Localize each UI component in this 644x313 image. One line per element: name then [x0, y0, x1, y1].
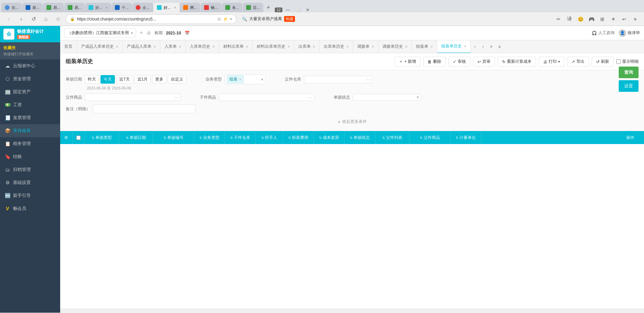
nav-item-settings[interactable]: ⚙ 基础设置	[0, 176, 60, 189]
bill-status-dropdown[interactable]: ▾	[417, 95, 419, 100]
th-number[interactable]: ⇅ 单据编号	[153, 131, 194, 144]
bill-status-selector[interactable]: ▾	[353, 94, 421, 101]
home-button[interactable]: ⌂	[41, 14, 51, 24]
tab-3[interactable]: 易...	[43, 3, 64, 12]
biztype-dropdown[interactable]: ▾	[261, 77, 263, 82]
th-bill-status[interactable]: ⇅ 单据状态	[345, 131, 375, 144]
window-control-minimize[interactable]: —	[284, 8, 292, 12]
delete-button[interactable]: 🗑 删除	[423, 57, 446, 67]
biztype-tag-remove[interactable]: ×	[239, 77, 241, 82]
date-btn-today[interactable]: 今天	[100, 75, 115, 84]
page-tab-pcrkd-history[interactable]: 产成品入库单历史 ×	[77, 40, 123, 53]
support-button[interactable]: 🎧 人工咨询	[592, 30, 615, 36]
refresh-button[interactable]: ↺ 刷新	[592, 57, 614, 67]
nav-item-member[interactable]: V 畅会员	[0, 202, 60, 215]
page-tab-zzd-history[interactable]: 组装单历史 ×	[437, 40, 471, 53]
add-company-btn[interactable]: +	[139, 29, 143, 37]
company-selector[interactable]: （勿删勿禁用）江西服宝测试专用 ▾	[64, 28, 136, 38]
show-detail-input[interactable]	[616, 59, 621, 64]
qr-icon[interactable]: ⊞	[217, 17, 221, 22]
nav-item-inventory[interactable]: 📦 库存核算	[0, 124, 60, 137]
tab-4[interactable]: 易...	[64, 3, 85, 12]
nav-item-fixed-assets[interactable]: 🏢 固定资产	[0, 85, 60, 98]
undo-icon[interactable]: ↩	[619, 14, 629, 24]
lightning-icon[interactable]: ⚡	[223, 17, 228, 22]
tab-11[interactable]: 各...	[222, 3, 242, 12]
game-icon[interactable]: 🎮	[587, 14, 596, 24]
new-tab-button[interactable]: +	[264, 3, 273, 12]
sidebar-favorites[interactable]: 收藏夹 快捷键打开收藏夹	[0, 42, 60, 59]
th-settings[interactable]: ⚙	[60, 131, 72, 144]
page-tab-dbd[interactable]: 调拨单 ×	[353, 40, 378, 53]
page-tab-pcrkd[interactable]: 产成品入库单 ×	[123, 40, 160, 53]
tab-6[interactable]: 个...	[111, 3, 132, 12]
date-btn-more[interactable]: 更多	[152, 75, 166, 84]
calendar-icon[interactable]: 📅	[185, 31, 190, 35]
note-input[interactable]	[93, 104, 196, 113]
sun-icon[interactable]: ☀	[608, 14, 618, 24]
export-button[interactable]: ↗ 导出	[567, 57, 589, 67]
th-sub-warehouse[interactable]: ⇅ 子件仓库	[225, 131, 256, 144]
user-info[interactable]: 👤 徐泽华	[619, 29, 640, 37]
nav-item-settlement[interactable]: 🔖 结账	[0, 150, 60, 163]
page-tab-clckd[interactable]: 材料出库单 ×	[219, 40, 253, 53]
grid-icon[interactable]: ⊞	[598, 14, 607, 24]
date-btn-custom[interactable]: 自定义	[168, 75, 186, 84]
parent-goods-more[interactable]: ···	[174, 95, 178, 100]
parent-goods-selector[interactable]: ···	[85, 94, 180, 101]
th-unit[interactable]: ⇅ 计量单位	[451, 131, 481, 144]
th-checkbox[interactable]	[72, 131, 85, 144]
abandon-button[interactable]: ↩ 弃审	[473, 57, 495, 67]
tab-ckd-close[interactable]: ×	[313, 44, 315, 49]
tab-clckd-close[interactable]: ×	[246, 44, 248, 49]
page-tab-zzd[interactable]: 组装单 ×	[412, 40, 437, 53]
th-disassemble-fee[interactable]: ⇅ 拆装费用	[283, 131, 314, 144]
tab-rkd-close[interactable]: ×	[179, 44, 181, 49]
parent-warehouse-more[interactable]: ···	[366, 77, 370, 82]
tab-prev-button[interactable]: ‹	[471, 40, 479, 53]
page-tab-home[interactable]: 首页	[60, 40, 77, 53]
tab-dbd-close[interactable]: ×	[372, 44, 374, 49]
th-parent-list[interactable]: ⇅ 父件列表	[375, 131, 410, 144]
sub-goods-more[interactable]: ···	[308, 95, 312, 100]
forward-button[interactable]: ›	[16, 14, 26, 24]
th-cost-diff[interactable]: ⇅ 成本差异	[314, 131, 345, 144]
th-parent-goods[interactable]: ⇅ 父件商品	[410, 131, 451, 144]
approve-button[interactable]: ✓ 审核	[448, 57, 470, 67]
date-btn-7days[interactable]: 近7天	[116, 75, 133, 84]
print-button[interactable]: 🖨 打印 ▾	[539, 57, 564, 67]
nav-item-salary[interactable]: 💵 工资	[0, 98, 60, 111]
tab-7[interactable]: 企...	[132, 3, 153, 12]
page-tab-rkd[interactable]: 入库单 ×	[160, 40, 186, 53]
settings-query-button[interactable]: 设置	[619, 80, 639, 92]
nav-item-fund[interactable]: ⬡ 资金管理	[0, 72, 60, 85]
query-button[interactable]: 查询	[619, 67, 639, 78]
tab-close-all-button[interactable]: ×	[487, 40, 495, 53]
nav-item-tax[interactable]: 📋 税务管理	[0, 137, 60, 150]
url-dropdown-icon[interactable]: ▾	[230, 17, 232, 22]
settings-gear-icon[interactable]: ⚙	[147, 30, 151, 36]
page-tab-ckd-history[interactable]: 出库单历史 ×	[320, 40, 353, 53]
collapse-button[interactable]: ∧ 收起更多条件	[336, 117, 369, 127]
bookmark-button[interactable]: ☆	[53, 14, 63, 24]
tab-10[interactable]: 畅...	[201, 3, 221, 12]
th-date[interactable]: ⇅ 单据日期	[119, 131, 153, 144]
nav-item-cloud-report[interactable]: ☁ 云报表中心	[0, 59, 60, 72]
date-btn-1month[interactable]: 近1月	[134, 75, 151, 84]
back-button[interactable]: ‹	[4, 14, 14, 24]
tab-5-close[interactable]: ×	[106, 5, 108, 10]
tab-pcrkd-history-close[interactable]: ×	[116, 44, 118, 49]
translate-icon[interactable]: 译	[565, 14, 574, 24]
tab-8-close[interactable]: ×	[174, 5, 176, 10]
tab-ckd-history-close[interactable]: ×	[346, 44, 349, 49]
tab-12[interactable]: 目...	[243, 3, 263, 12]
page-tab-dbd-history[interactable]: 调拨单历史 ×	[378, 40, 412, 53]
tab-clckd-history-close[interactable]: ×	[287, 44, 290, 49]
biztype-selector[interactable]: 组装 × ▾	[225, 74, 266, 84]
select-all-checkbox[interactable]	[76, 136, 81, 140]
show-detail-checkbox[interactable]: 显示明细	[616, 59, 639, 65]
th-handler[interactable]: ⇅ 经手人	[256, 131, 283, 144]
window-control-close[interactable]: ✕	[304, 8, 311, 12]
tab-dbd-history-close[interactable]: ×	[405, 44, 407, 49]
th-biztype[interactable]: ⇅ 业务类型	[194, 131, 225, 144]
